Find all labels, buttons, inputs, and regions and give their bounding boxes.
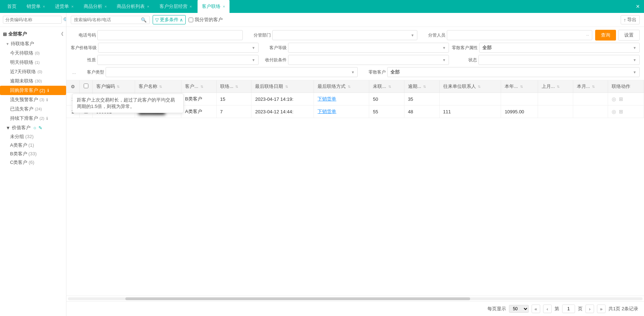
sidebar-item-lost-predicted[interactable]: 流失预警客户 (3) ℹ — [0, 95, 66, 104]
sort-type-icon[interactable]: ⇅ — [200, 85, 203, 89]
person-select[interactable]: ··· — [447, 30, 592, 40]
sort-overdue-icon[interactable]: ⇅ — [423, 85, 426, 89]
td-this-month-1 — [573, 93, 608, 105]
sidebar-item-today-pending[interactable]: 今天待联络 (0) — [0, 48, 66, 58]
search-icon[interactable]: 🔍 — [141, 17, 147, 23]
prev-page-btn[interactable]: ‹ — [543, 305, 552, 313]
th-gear[interactable]: ⚙ — [66, 80, 79, 93]
lost-info-icon: ℹ — [46, 98, 48, 102]
close-segment-tab[interactable]: × — [190, 4, 192, 9]
scrollbar-thumb[interactable] — [125, 297, 470, 300]
sort-this-month-icon[interactable]: ⇅ — [592, 85, 595, 89]
sidebar-item-7day-pending[interactable]: 近7天待联络 (0) — [0, 67, 66, 76]
sort-contact-icon[interactable]: ⇅ — [235, 85, 238, 89]
filter-payment: 收付款条件 ▼ — [261, 55, 449, 65]
action-buttons: 查询 设置 — [595, 30, 640, 41]
setting-button[interactable]: 设置 — [618, 30, 640, 41]
filter-price-grade: 客户价格等级 ▼ — [71, 43, 259, 53]
value-customer-section[interactable]: ▼ 价值客户 ○ ✎ — [0, 123, 66, 132]
value-customer-edit-icon[interactable]: ○ — [33, 125, 36, 131]
sort-method-icon[interactable]: ⇅ — [348, 85, 351, 89]
close-goods-list-tab[interactable]: × — [147, 4, 149, 9]
sidebar-search-input[interactable] — [3, 16, 62, 24]
action-link-icon-1[interactable]: ◎ — [612, 96, 616, 102]
dept-select[interactable]: ▼ — [272, 30, 418, 40]
sidebar-item-b-customers[interactable]: B类客户 (33) — [0, 150, 66, 158]
my-customers-check-input[interactable] — [189, 18, 193, 22]
close-sales-tab[interactable]: × — [43, 4, 45, 9]
sort-partner-icon[interactable]: ⇅ — [478, 85, 481, 89]
sidebar-item-c-customers[interactable]: C类客户 (6) — [0, 158, 66, 167]
tab-goods-list[interactable]: 商品分析列表 × — [112, 0, 153, 13]
close-purchase-tab[interactable]: × — [71, 4, 73, 9]
filter-customer-type: 客户类型 ▼ — [79, 67, 358, 77]
td-overdue-1: 35 — [404, 93, 439, 105]
close-goods-tab[interactable]: × — [105, 4, 107, 9]
td-uncontacted-1: 50 — [369, 93, 404, 105]
sidebar-item-tomorrow-pending[interactable]: 明天待联络 (1) — [0, 58, 66, 67]
action-grid-icon-1[interactable]: ⊞ — [619, 96, 623, 102]
repurchase-info-icon: ℹ — [47, 88, 49, 93]
sidebar-search-icon[interactable]: 🔍 — [63, 17, 66, 23]
sidebar-item-a-customers[interactable]: A类客户 (1) — [0, 141, 66, 150]
search-input[interactable] — [74, 17, 139, 22]
sort-year-icon[interactable]: ⇅ — [520, 85, 523, 89]
gender-select[interactable]: ▼ — [97, 55, 259, 65]
tab-customer-segment[interactable]: 客户分层经营 × — [155, 0, 196, 13]
last-page-btn[interactable]: » — [597, 305, 606, 313]
scrollbar-track[interactable] — [68, 297, 643, 300]
close-contact-tab[interactable]: × — [223, 4, 225, 9]
sidebar-item-already-lost[interactable]: 已流失客户 (24) — [0, 104, 66, 114]
th-check[interactable] — [79, 80, 92, 93]
phone-input[interactable] — [97, 30, 243, 40]
retail-customer-arrow: ▼ — [633, 70, 636, 74]
query-button[interactable]: 查询 — [595, 30, 616, 41]
down-info-icon: ℹ — [46, 116, 48, 121]
action-link-icon-2[interactable]: ◎ — [612, 109, 616, 114]
tab-goods-analysis[interactable]: 商品分析 × — [79, 0, 111, 13]
export-icon: ↑ — [624, 17, 626, 23]
payment-select[interactable]: ▼ — [288, 55, 449, 65]
tab-purchase[interactable]: 进货单 × — [51, 0, 78, 13]
customer-type-select[interactable]: ▼ — [106, 67, 358, 77]
my-customers-checkbox[interactable]: 我分管的客户 — [189, 16, 223, 23]
value-customer-settings-icon[interactable]: ✎ — [38, 125, 42, 131]
tab-customer-contact[interactable]: 客户联络 × — [198, 0, 229, 13]
price-grade-arrow: ▼ — [252, 46, 255, 50]
status-select[interactable]: ▼ — [478, 55, 640, 65]
tab-sales[interactable]: 销货单 × — [22, 0, 49, 13]
sidebar-item-repurchase-abnormal[interactable]: 回购异常客户 (2) ℹ — [0, 86, 66, 95]
page-number-input[interactable] — [562, 305, 575, 313]
sort-code-icon[interactable]: ⇅ — [117, 85, 120, 89]
horizontal-scrollbar[interactable] — [66, 296, 644, 301]
grade-select[interactable]: ▼ — [288, 43, 449, 53]
more-conditions-btn[interactable]: ▽ 更多条件 ∧ — [153, 15, 186, 24]
sort-name-icon[interactable]: ⇅ — [159, 85, 162, 89]
all-customers-header[interactable]: ⊞ 全部客户 《 — [0, 29, 66, 39]
gear-icon[interactable]: ⚙ — [71, 84, 75, 89]
sidebar-item-continuous-down[interactable]: 持续下滑客户 (2) ℹ — [0, 114, 66, 123]
select-all-checkbox[interactable] — [84, 84, 88, 88]
export-btn[interactable]: ↑ 导出 — [621, 15, 640, 24]
retail-attr-select[interactable]: 全部 ▼ — [479, 43, 640, 53]
sort-date-icon[interactable]: ⇅ — [285, 85, 288, 89]
sort-uncontacted-icon[interactable]: ⇅ — [388, 85, 391, 89]
retail-customer-select[interactable]: 全部 ▼ — [387, 67, 640, 77]
tab-home[interactable]: 首页 — [3, 0, 21, 13]
payment-arrow: ▼ — [442, 58, 446, 62]
filter-more-dots[interactable]: ... — [72, 70, 76, 75]
sidebar-item-ungrouped[interactable]: 未分组 (32) — [0, 132, 66, 141]
close-all-tabs[interactable]: × — [636, 3, 640, 10]
sidebar-item-overdue-pending[interactable]: 逾期未联络 (30) — [0, 76, 66, 86]
price-grade-select[interactable]: ▼ — [98, 43, 259, 53]
sidebar-collapse-btn[interactable]: 《 — [59, 31, 63, 37]
pending-contact-section[interactable]: ▼ 待联络客户 — [0, 39, 66, 48]
per-page-select[interactable]: 50 100 200 — [509, 305, 529, 313]
next-page-btn[interactable]: › — [585, 305, 594, 313]
th-this-month: 本月... ⇅ — [573, 80, 608, 93]
td-type-1: B类客户 — [181, 93, 217, 105]
first-page-btn[interactable]: « — [532, 305, 540, 313]
sort-last-month-icon[interactable]: ⇅ — [557, 85, 560, 89]
th-this-year: 本年... ⇅ — [501, 80, 538, 93]
action-grid-icon-2[interactable]: ⊞ — [619, 109, 623, 114]
